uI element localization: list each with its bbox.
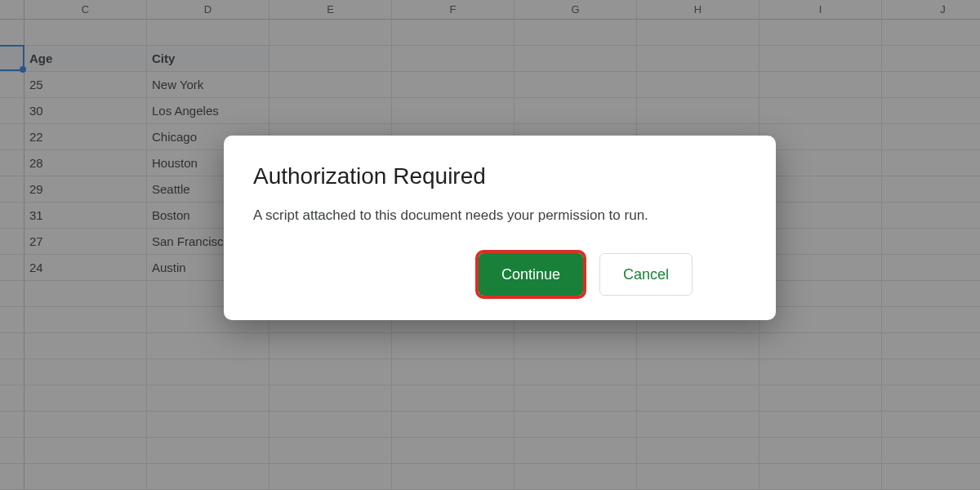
dialog-title: Authorization Required bbox=[253, 163, 746, 189]
dialog-body: A script attached to this document needs… bbox=[253, 207, 746, 224]
dialog-actions: Continue Cancel bbox=[253, 253, 746, 296]
continue-button[interactable]: Continue bbox=[479, 253, 583, 296]
cancel-button[interactable]: Cancel bbox=[599, 253, 693, 296]
authorization-dialog: Authorization Required A script attached… bbox=[224, 136, 776, 320]
